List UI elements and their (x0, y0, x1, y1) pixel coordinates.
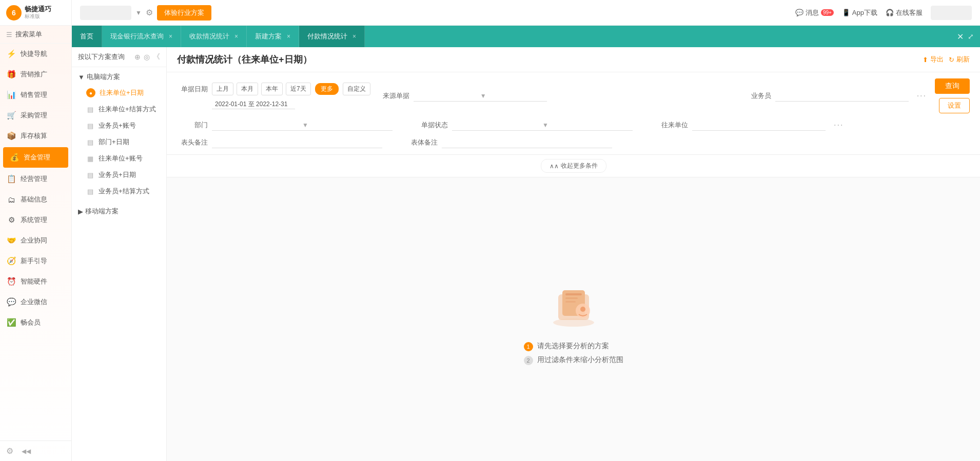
export-button[interactable]: ⬆ 导出 (923, 55, 944, 64)
sidebar-item-basic[interactable]: 🗂基础信息 (0, 189, 71, 210)
sidebar-item-purchase[interactable]: 🛒采购管理 (0, 105, 71, 126)
svg-point-7 (580, 307, 585, 312)
date-btn-上月[interactable]: 上月 (212, 83, 233, 95)
scheme-icon-salesman-date: ▤ (86, 171, 94, 179)
sidebar-item-system[interactable]: ⚙系统管理 (0, 210, 71, 230)
tab-home[interactable]: 首页 (72, 26, 102, 47)
sidebar-item-capital[interactable]: 💰资金管理 (3, 147, 68, 168)
empty-tip-1: 1 请先选择要分析的方案 (524, 342, 623, 351)
date-btn-本年[interactable]: 本年 (261, 83, 283, 95)
partner-dots[interactable]: ··· (834, 121, 844, 130)
tab-new-scheme[interactable]: 新建方案× (247, 26, 299, 47)
nav-label-purchase: 采购管理 (21, 111, 47, 120)
online-service-action[interactable]: 🎧 在线客服 (886, 8, 923, 17)
desktop-group-header[interactable]: ▼ 电脑端方案 (72, 69, 166, 85)
tab-expand-icon[interactable]: ⤢ (968, 32, 974, 41)
sidebar-item-quick-nav[interactable]: ⚡快捷导航 (0, 44, 71, 64)
sidebar-item-operation[interactable]: 📋经营管理 (0, 169, 71, 189)
date-btn-本月[interactable]: 本月 (237, 83, 258, 95)
tab-payment-stats[interactable]: 付款情况统计× (299, 26, 365, 47)
tab-close-payment-stats[interactable]: × (352, 33, 356, 40)
tip-num-1: 1 (524, 342, 533, 351)
svg-rect-5 (565, 301, 576, 303)
scheme-item-salesman-date[interactable]: ▤业务员+日期 (72, 167, 166, 183)
page-area: 按以下方案查询 ⊕ ◎ 《 ▼ 电脑端方案 ●往来单位+日期▤往来单位+结算方式… (72, 47, 980, 461)
collapse-sidebar-icon[interactable]: ◀◀ (22, 448, 31, 455)
settings-scheme-icon[interactable]: ◎ (144, 53, 150, 61)
trial-button[interactable]: 体验行业方案 (157, 5, 211, 21)
refresh-button[interactable]: ↻ 刷新 (949, 55, 970, 64)
more-date-btn[interactable]: 更多 (315, 83, 339, 95)
app-download-action[interactable]: 📱 App下载 (842, 8, 877, 17)
scheme-item-unit-settle[interactable]: ▤往来单位+结算方式 (72, 101, 166, 117)
scheme-item-unit-date[interactable]: ●往来单位+日期 (72, 85, 166, 101)
tab-close-bank-flow[interactable]: × (169, 33, 172, 40)
header-settings-icon[interactable]: ⚙ (146, 8, 153, 17)
date-btn-近7天[interactable]: 近7天 (286, 83, 311, 95)
sidebar-item-inventory[interactable]: 📦库存核算 (0, 126, 71, 146)
online-service-label: 在线客服 (896, 8, 923, 17)
sidebar-item-guide[interactable]: 🧭新手引导 (0, 251, 71, 271)
nav-icon-marketing: 🎁 (6, 69, 16, 79)
main-content: ▼ ⚙ 体验行业方案 💬 消息 99+ 📱 App下载 🎧 在线客服 首页现金银… (72, 0, 980, 461)
scheme-item-salesman-settle[interactable]: ▤业务员+结算方式 (72, 183, 166, 199)
scheme-icon-unit-account: ▦ (86, 154, 94, 163)
tab-window-close-icon[interactable]: ✕ (957, 32, 964, 42)
headset-icon: 🎧 (886, 9, 894, 16)
tip-num-2: 2 (524, 356, 533, 365)
partner-input[interactable] (692, 119, 826, 131)
scheme-item-salesman-account[interactable]: ▤业务员+账号 (72, 117, 166, 134)
filter-settings-button[interactable]: 设置 (939, 98, 970, 113)
nav-icon-member: ✅ (6, 317, 16, 328)
content-header: 付款情况统计（往来单位+日期） ⬆ 导出 ↻ 刷新 (167, 47, 980, 72)
body-note-input[interactable] (442, 137, 612, 148)
sidebar-item-wechat[interactable]: 💬企业微信 (0, 292, 71, 312)
logo-icon: 6 (6, 5, 22, 21)
query-button[interactable]: 查询 (935, 78, 970, 94)
header-note-label: 表头备注 (177, 138, 208, 147)
user-avatar-placeholder (80, 6, 131, 20)
tab-label-bank-flow: 现金银行流水查询 (110, 32, 164, 41)
scheme-items-list: ●往来单位+日期▤往来单位+结算方式▤业务员+账号▤部门+日期▦往来单位+账号▤… (72, 85, 166, 199)
dept-select[interactable]: ▼ (212, 120, 393, 131)
scheme-item-dept-date[interactable]: ▤部门+日期 (72, 134, 166, 150)
tab-label-payment-stats: 付款情况统计 (307, 32, 347, 41)
user-dropdown-arrow[interactable]: ▼ (135, 9, 142, 16)
nav-label-wechat: 企业微信 (21, 297, 47, 307)
salesman-dots[interactable]: ··· (917, 91, 927, 101)
scheme-label-salesman-date: 业务员+日期 (99, 170, 136, 179)
doc-status-select[interactable]: ▼ (452, 120, 633, 131)
nav-icon-guide: 🧭 (6, 256, 16, 266)
sidebar-item-marketing[interactable]: 🎁营销推广 (0, 64, 71, 85)
collapse-scheme-icon[interactable]: 《 (153, 52, 160, 62)
source-select[interactable]: ▼ (414, 91, 547, 102)
collapse-conditions-btn[interactable]: ∧∧ 收起更多条件 (541, 159, 606, 173)
sidebar-item-member[interactable]: ✅畅会员 (0, 312, 71, 333)
date-range-input[interactable] (212, 99, 295, 109)
salesman-input[interactable] (775, 90, 909, 102)
nav-label-inventory: 库存核算 (21, 131, 47, 141)
mobile-group-header[interactable]: ▶ 移动端方案 (72, 204, 166, 219)
app-icon: 📱 (842, 9, 850, 16)
sidebar-item-sales[interactable]: 📊销售管理 (0, 85, 71, 105)
scheme-item-unit-account[interactable]: ▦往来单位+账号 (72, 150, 166, 167)
custom-date-btn[interactable]: 自定义 (343, 83, 370, 95)
content-area: 付款情况统计（往来单位+日期） ⬆ 导出 ↻ 刷新 (167, 47, 980, 461)
tab-close-receivable[interactable]: × (234, 33, 238, 40)
search-menu[interactable]: ☰ 搜索菜单 (0, 26, 71, 44)
notification-action[interactable]: 💬 消息 99+ (795, 8, 834, 17)
refresh-label: 刷新 (956, 55, 970, 64)
tab-close-new-scheme[interactable]: × (287, 33, 290, 40)
tab-receivable[interactable]: 收款情况统计× (181, 26, 247, 47)
add-scheme-icon[interactable]: ⊕ (134, 53, 141, 61)
sidebar-item-enterprise[interactable]: 🤝企业协同 (0, 230, 71, 251)
settings-bottom-icon[interactable]: ⚙ (6, 446, 13, 456)
scheme-icon-dept-date: ▤ (86, 138, 94, 146)
header-note-input[interactable] (212, 137, 382, 148)
sidebar-item-hardware[interactable]: ⏰智能硬件 (0, 271, 71, 292)
collapse-label: 收起更多条件 (561, 162, 598, 170)
tab-bank-flow[interactable]: 现金银行流水查询× (102, 26, 181, 47)
scheme-panel-title: 按以下方案查询 (78, 52, 131, 62)
notification-badge: 99+ (821, 9, 834, 16)
scheme-icon-salesman-account: ▤ (86, 122, 94, 130)
